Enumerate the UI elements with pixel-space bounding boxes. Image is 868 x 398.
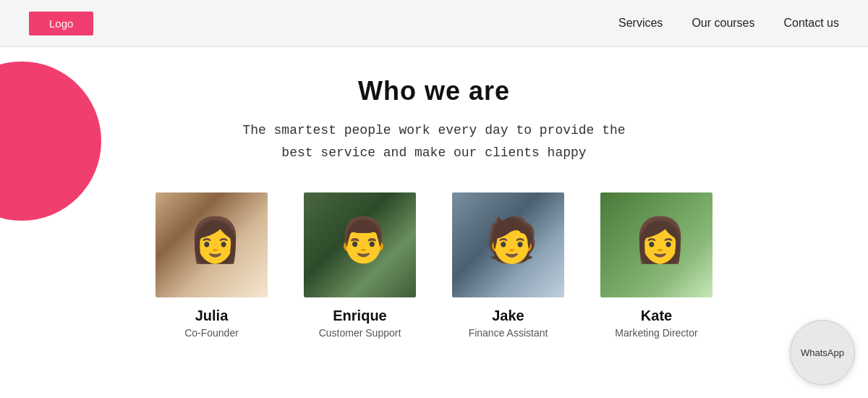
navigation: Services Our courses Contact us [618, 17, 839, 30]
team-member: EnriqueCustomer Support [304, 192, 416, 339]
content-area: Who we are The smartest people work ever… [58, 76, 810, 339]
section-title: Who we are [58, 76, 810, 106]
team-grid: JuliaCo-FounderEnriqueCustomer SupportJa… [58, 192, 810, 339]
member-role: Customer Support [319, 327, 401, 339]
team-photo [156, 192, 268, 297]
team-photo [304, 192, 416, 297]
main-content: Who we are The smartest people work ever… [0, 47, 868, 360]
nav-contact[interactable]: Contact us [784, 17, 839, 30]
whatsapp-button[interactable]: WhatsApp [790, 320, 855, 385]
team-member: KateMarketing Director [600, 192, 712, 339]
member-name: Jake [492, 308, 524, 324]
subtitle-line2: best service and make our clients happy [281, 145, 586, 160]
nav-services[interactable]: Services [618, 17, 663, 30]
subtitle-line1: The smartest people work every day to pr… [242, 123, 625, 137]
member-role: Co-Founder [184, 327, 239, 339]
member-role: Marketing Director [615, 327, 697, 339]
member-name: Enrique [333, 308, 386, 324]
team-photo [452, 192, 564, 297]
logo-button[interactable]: Logo [29, 12, 93, 35]
header: Logo Services Our courses Contact us [0, 0, 868, 47]
member-role: Finance Assistant [469, 327, 548, 339]
member-name: Julia [195, 308, 229, 324]
team-member: JakeFinance Assistant [452, 192, 564, 339]
team-photo [600, 192, 712, 297]
section-subtitle: The smartest people work every day to pr… [58, 119, 810, 164]
member-name: Kate [641, 308, 672, 324]
nav-courses[interactable]: Our courses [692, 17, 754, 30]
team-member: JuliaCo-Founder [156, 192, 268, 339]
